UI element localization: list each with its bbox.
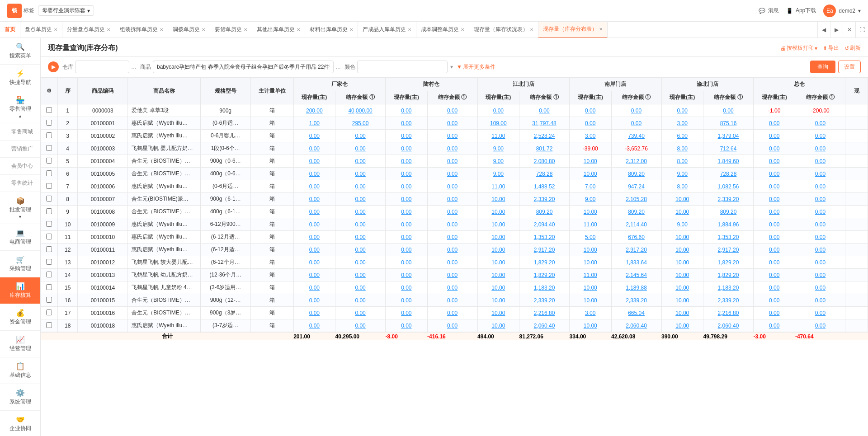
row-lucun-amt: 0.00 <box>427 231 477 244</box>
sidebar-item-member[interactable]: 会员中心 <box>0 158 40 175</box>
row-total-qty: 0.00 <box>753 294 795 307</box>
row-checkbox[interactable] <box>41 117 58 130</box>
th-nanan-amt: 结存金额 ① <box>611 91 661 104</box>
row-jiangbei-amt: 801.72 <box>519 142 570 155</box>
row-checkbox[interactable] <box>41 142 58 155</box>
row-checkbox[interactable] <box>41 281 58 294</box>
content-area: 现存量查询(库存分布) 🖨 按模板打印 ▾ ⬆ 导出 ↺ 刷新 <box>41 38 868 436</box>
print-btn[interactable]: 🖨 按模板打印 ▾ <box>780 44 817 52</box>
row-yubei-amt: 1,379.04 <box>703 130 753 142</box>
tab-close-icon[interactable]: ✕ <box>349 27 353 32</box>
row-lucun-amt: 0.00 <box>427 193 477 206</box>
row-checkbox[interactable] <box>41 231 58 244</box>
row-checkbox[interactable] <box>41 206 58 218</box>
message-btn[interactable]: 💬 消息 <box>759 7 779 14</box>
expand-more-btn[interactable]: ▼ 展开更多条件 <box>457 63 495 71</box>
row-name: 飞鹤星飞帆 儿童奶粉 4… <box>128 281 200 294</box>
tab-close-icon[interactable]: ✕ <box>107 27 110 32</box>
row-checkbox[interactable] <box>41 130 58 142</box>
row-checkbox[interactable] <box>41 193 58 206</box>
product-input[interactable] <box>153 61 334 73</box>
row-jiangbei-qty: 9.00 <box>477 142 519 155</box>
tab-close-all-btn[interactable]: ✕ <box>843 22 855 38</box>
row-checkbox[interactable] <box>41 294 58 307</box>
tab-combo-split[interactable]: 组装拆卸单历史 ✕ <box>115 22 168 38</box>
table-container[interactable]: ⚙ 序 商品编码 商品名称 规格型号 主计量单位 厂家仓 陆村仓 江北门店 南岸… <box>41 77 868 436</box>
row-checkbox[interactable] <box>41 307 58 319</box>
sidebar-item-retail-stats[interactable]: 零售统计 <box>0 175 40 192</box>
tab-fullscreen-btn[interactable]: ⛶ <box>855 22 868 38</box>
tab-prev-btn[interactable]: ◀ <box>817 22 830 38</box>
row-lucun-qty: 0.00 <box>386 155 427 168</box>
sidebar-item-basic[interactable]: 📋 基础信息 <box>0 357 40 384</box>
tab-inventory[interactable]: 盘点单历史 ✕ <box>20 22 62 38</box>
row-unit: 箱 <box>250 218 293 231</box>
sidebar-item-ecommerce[interactable]: 💻 电商管理 <box>0 224 40 251</box>
tab-stock-status[interactable]: 现存量（库存状况表） ✕ <box>469 22 538 38</box>
tab-split-inventory[interactable]: 分量盘点单历史 ✕ <box>62 22 115 38</box>
product-dots[interactable]: … <box>335 64 341 70</box>
tab-home[interactable]: 首页 <box>0 22 20 38</box>
sidebar-item-operations[interactable]: 📈 经营管理 <box>0 331 40 357</box>
tab-material-out[interactable]: 材料出库单历史 ✕ <box>305 22 358 38</box>
refresh-btn[interactable]: ↺ 刷新 <box>844 44 861 52</box>
sidebar-item-retail[interactable]: 🏪 零售管理 ▲ <box>0 91 40 123</box>
tab-close-icon[interactable]: ✕ <box>244 27 247 32</box>
sidebar-item-system[interactable]: ⚙️ 系统管理 <box>0 384 40 411</box>
sidebar-item-finance[interactable]: 💰 资金管理 <box>0 304 40 331</box>
tab-cost-adj[interactable]: 成本调整单历史 ✕ <box>416 22 469 38</box>
tab-purchase[interactable]: 要货单历史 ✕ <box>210 22 252 38</box>
tab-transfer[interactable]: 调拨单历史 ✕ <box>168 22 210 38</box>
export-btn[interactable]: ⬆ 导出 <box>823 44 839 52</box>
tab-other-out[interactable]: 其他出库单历史 ✕ <box>252 22 305 38</box>
table-row: 500100004合生元（BIOSTIME）…900g（0-6…箱0.000.0… <box>41 155 868 168</box>
query-button[interactable]: 查询 <box>810 61 835 73</box>
footer-yubei-qty: 390.00 <box>661 332 703 340</box>
tab-close-icon[interactable]: ✕ <box>530 27 533 32</box>
row-factory-amt: 0.00 <box>335 180 386 193</box>
tab-product-in[interactable]: 产成品入库单历史 ✕ <box>358 22 416 38</box>
tab-stock-dist[interactable]: 现存量（库存分布表） ✕ <box>538 22 608 38</box>
row-checkbox[interactable] <box>41 180 58 193</box>
warehouse-input[interactable] <box>75 61 129 73</box>
color-input[interactable] <box>357 61 448 73</box>
tab-close-icon[interactable]: ✕ <box>461 27 464 32</box>
app-download-btn[interactable]: 📱 App下载 <box>786 7 816 14</box>
row-checkbox[interactable] <box>41 168 58 180</box>
row-factory-amt: 0.00 <box>335 218 386 231</box>
row-checkbox[interactable] <box>41 269 58 281</box>
sidebar-item-search[interactable]: 🔍 搜索英单 <box>0 38 40 65</box>
settings-button[interactable]: 设置 <box>838 61 861 73</box>
footer-total-amt: -470.64 <box>795 332 845 340</box>
row-checkbox[interactable] <box>41 218 58 231</box>
sidebar-item-retail-store[interactable]: 零售商城 <box>0 123 40 141</box>
tab-close-icon[interactable]: ✕ <box>202 27 205 32</box>
company-selector[interactable]: 母婴行业演示陈套 ▾ <box>38 5 94 16</box>
tab-close-icon[interactable]: ✕ <box>599 27 603 32</box>
sidebar-item-marketing[interactable]: 营销推广 <box>0 141 40 158</box>
tab-close-icon[interactable]: ✕ <box>160 27 163 32</box>
row-checkbox[interactable] <box>41 244 58 256</box>
sidebar-item-shortcut[interactable]: ⚡ 快捷导航 <box>0 65 40 91</box>
sidebar-item-wholesale[interactable]: 📦 批发管理 ▼ <box>0 192 40 224</box>
filter-expand-btn[interactable]: ▶ <box>48 61 59 72</box>
tab-next-btn[interactable]: ▶ <box>830 22 843 38</box>
row-checkbox[interactable] <box>41 155 58 168</box>
tab-close-icon[interactable]: ✕ <box>54 27 57 32</box>
row-checkbox[interactable] <box>41 319 58 333</box>
user-menu[interactable]: Ea demo2 ▾ <box>823 5 861 17</box>
th-settings[interactable]: ⚙ <box>41 78 58 104</box>
ecommerce-icon: 💻 <box>16 229 25 237</box>
tab-close-icon[interactable]: ✕ <box>297 27 300 32</box>
row-yubei-qty: 10.00 <box>661 307 703 319</box>
row-checkbox[interactable] <box>41 104 58 117</box>
sidebar-item-purchase[interactable]: 🛒 采购管理 <box>0 251 40 277</box>
sidebar-item-stock[interactable]: 📊 库存核算 <box>0 277 40 304</box>
row-checkbox[interactable] <box>41 256 58 269</box>
row-unit: 箱 <box>250 130 293 142</box>
tab-close-icon[interactable]: ✕ <box>408 27 411 32</box>
warehouse-dots[interactable]: … <box>131 64 137 70</box>
row-yubei-qty: 6.00 <box>661 130 703 142</box>
row-extra <box>845 319 868 333</box>
sidebar-item-enterprise[interactable]: 🤝 企业协同 <box>0 411 40 436</box>
